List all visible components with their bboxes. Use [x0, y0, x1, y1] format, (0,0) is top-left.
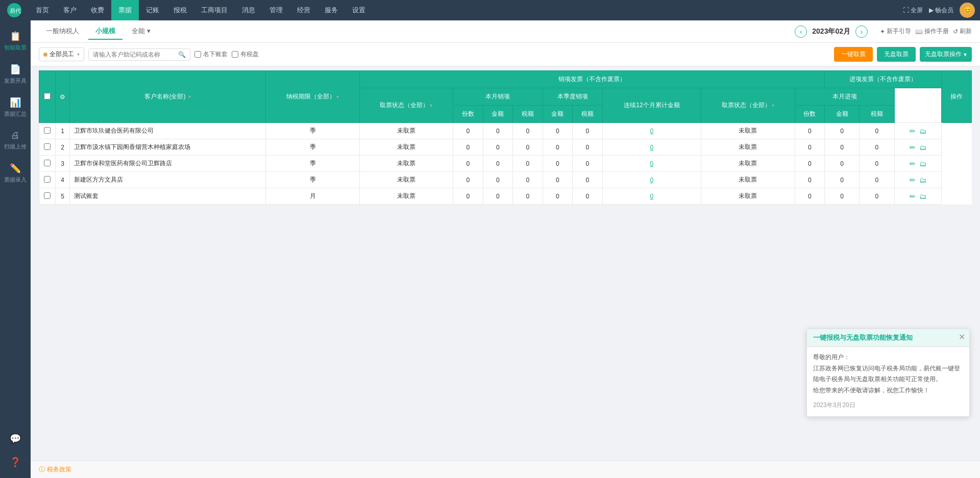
row-checkbox-3[interactable]	[39, 172, 56, 188]
tab-all[interactable]: 全能 ▾	[125, 23, 158, 40]
row-cumulative-3[interactable]: 0	[602, 172, 701, 188]
diskless-ticket-button[interactable]: 无盘取票	[877, 47, 916, 62]
edit-icon-3[interactable]: ✏	[910, 176, 916, 184]
row-sale-status-4: 未取票	[359, 188, 453, 205]
row-purchase-month-amount-3: 0	[825, 172, 860, 188]
col-client-name: 客户名称(全部) ▾	[70, 71, 266, 123]
row-cumulative-1[interactable]: 0	[602, 139, 701, 156]
sidebar-item-scan-upload[interactable]: 🖨 扫描上传	[0, 125, 31, 156]
row-checkbox-1[interactable]	[39, 139, 56, 156]
row-cumulative-4[interactable]: 0	[602, 188, 701, 205]
row-checkbox-0[interactable]	[39, 123, 56, 139]
row-select-4[interactable]	[44, 192, 51, 199]
edit-icon-1[interactable]: ✏	[910, 143, 916, 152]
nav-item-bookkeeping[interactable]: 记账	[139, 0, 166, 20]
row-purchase-month-tax-3: 0	[860, 172, 894, 188]
row-select-3[interactable]	[44, 176, 51, 183]
sidebar-item-chat[interactable]: 💬	[8, 428, 23, 449]
detail-icon-1[interactable]: 🗂	[919, 143, 926, 152]
col-sale-status-filter-icon[interactable]: ▾	[430, 103, 432, 108]
edit-icon-2[interactable]: ✏	[910, 160, 916, 168]
fullscreen-icon: ⛶	[903, 7, 909, 14]
row-select-2[interactable]	[44, 160, 51, 166]
period-prev-button[interactable]: ‹	[795, 26, 807, 38]
refresh-icon: ↺	[953, 28, 958, 35]
row-purchase-month-tax-0: 0	[860, 123, 894, 139]
detail-icon-0[interactable]: 🗂	[919, 127, 926, 135]
refresh-button[interactable]: ↺ 刷新	[953, 27, 972, 36]
row-actions-0: ✏ 🗂	[894, 123, 942, 139]
sidebar-item-invoice-entry[interactable]: ✏️ 票据录入	[0, 158, 31, 189]
row-select-1[interactable]	[44, 143, 51, 150]
row-sale-month-count-3: 0	[453, 172, 483, 188]
notification-popup: ✕ 一键报税与无盘取票功能恢复通知 尊敬的用户： 江苏政务网已恢复访问电子税务局…	[806, 329, 970, 417]
employee-filter[interactable]: 全部员工 ▾	[39, 47, 84, 61]
nav-item-service[interactable]: 服务	[317, 0, 345, 20]
nav-item-client[interactable]: 客户	[56, 0, 84, 20]
fullscreen-button[interactable]: ⛶ 全屏	[903, 6, 923, 15]
nav-item-message[interactable]: 消息	[235, 0, 262, 20]
row-sale-month-amount-0: 0	[483, 123, 513, 139]
row-cumulative-2[interactable]: 0	[602, 156, 701, 172]
row-checkbox-2[interactable]	[39, 156, 56, 172]
detail-icon-3[interactable]: 🗂	[919, 176, 926, 184]
dropdown-arrow-icon: ▾	[964, 51, 967, 58]
search-icon[interactable]: 🔍	[178, 51, 186, 58]
checkbox-has-taxdisk[interactable]: 有税盘	[232, 50, 259, 59]
settings-icon[interactable]: ⚙	[60, 93, 65, 100]
row-sale-month-tax-3: 0	[513, 172, 543, 188]
search-box[interactable]: 🔍	[88, 48, 190, 61]
one-click-ticket-button[interactable]: 一键取票	[834, 47, 873, 62]
detail-icon-2[interactable]: 🗂	[919, 160, 926, 168]
diskless-ticket-ops-button[interactable]: 无盘取票操作 ▾	[920, 47, 972, 62]
nav-item-manage[interactable]: 管理	[262, 0, 290, 20]
sidebar-item-help[interactable]: ❓	[8, 451, 23, 473]
nav-item-operation[interactable]: 经营	[290, 0, 317, 20]
vip-button[interactable]: ▶ 畅会员	[929, 6, 953, 15]
tab-small-scale[interactable]: 小规模	[88, 23, 122, 40]
nav-item-settings[interactable]: 设置	[345, 0, 373, 20]
sidebar-item-smart-ticket[interactable]: 📋 智能取票	[0, 26, 31, 57]
info-icon: ⓘ	[39, 465, 45, 474]
row-purchase-status-3: 未取票	[701, 172, 795, 188]
col-period-filter-icon[interactable]: ▾	[336, 94, 339, 99]
sidebar-item-invoice-summary[interactable]: 📊 票据汇总	[0, 92, 31, 123]
col-purchase-status-filter-icon[interactable]: ▾	[772, 103, 774, 108]
help-icon: ❓	[10, 457, 21, 468]
new-guide-button[interactable]: ✦ 新手引导	[880, 27, 911, 36]
search-input[interactable]	[93, 51, 178, 58]
row-actions-4: ✏ 🗂	[894, 188, 942, 205]
nav-item-biz[interactable]: 工商项目	[194, 0, 235, 20]
edit-icon-4[interactable]: ✏	[910, 192, 916, 200]
row-cumulative-0[interactable]: 0	[602, 123, 701, 139]
row-sale-month-tax-4: 0	[513, 188, 543, 205]
row-sale-month-count-2: 0	[453, 156, 483, 172]
nav-item-home[interactable]: 首页	[29, 0, 56, 20]
nav-item-ticket[interactable]: 票据	[111, 0, 139, 20]
row-purchase-month-count-1: 0	[795, 139, 825, 156]
manual-button[interactable]: 📖 操作手册	[915, 27, 949, 36]
detail-icon-4[interactable]: 🗂	[919, 192, 926, 200]
col-client-filter-icon[interactable]: ▾	[188, 94, 191, 99]
select-all-checkbox[interactable]	[44, 93, 51, 99]
user-avatar[interactable]: 😊	[960, 3, 975, 18]
edit-icon-0[interactable]: ✏	[910, 127, 916, 135]
own-accounts-checkbox[interactable]	[194, 51, 201, 58]
nav-item-fee[interactable]: 收费	[84, 0, 111, 20]
checkbox-own-accounts[interactable]: 名下账套	[194, 50, 228, 59]
row-checkbox-4[interactable]	[39, 188, 56, 205]
period-next-button[interactable]: ›	[855, 26, 868, 38]
popup-close-button[interactable]: ✕	[959, 332, 965, 342]
tax-policy-link[interactable]: ⓘ 税务政策	[39, 465, 71, 474]
nav-item-tax[interactable]: 报税	[166, 0, 194, 20]
row-purchase-status-4: 未取票	[701, 188, 795, 205]
sidebar-item-invoice-open[interactable]: 📄 发票开具	[0, 59, 31, 90]
row-select-0[interactable]	[44, 127, 51, 134]
row-purchase-status-2: 未取票	[701, 156, 795, 172]
row-sale-quarter-amount-1: 0	[543, 139, 573, 156]
row-sale-quarter-amount-4: 0	[543, 188, 573, 205]
tab-general-taxpayer[interactable]: 一般纳税人	[39, 23, 86, 40]
has-taxdisk-checkbox[interactable]	[232, 51, 238, 58]
row-name-2: 卫辉市保和堂医药有限公司卫辉路店	[70, 156, 266, 172]
col-purchase-month: 本月进项	[795, 88, 894, 106]
